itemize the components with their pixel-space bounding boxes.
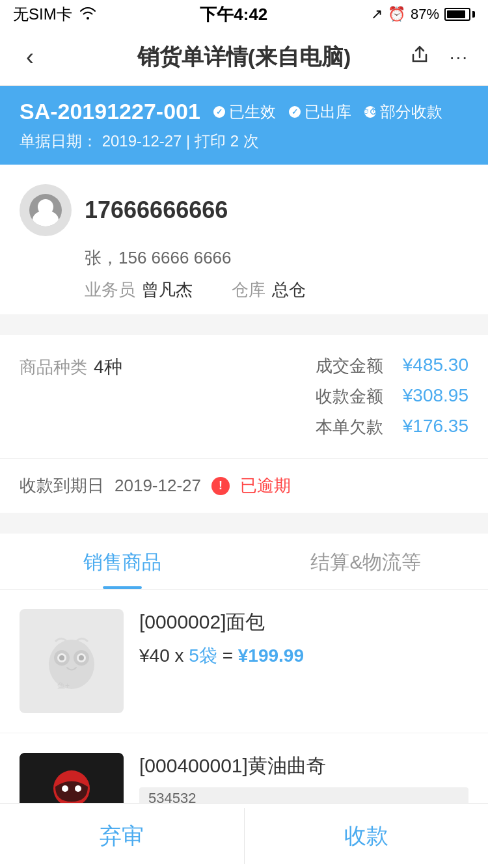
transaction-row: 成交金额 ¥485.30 bbox=[316, 355, 468, 377]
summary-left: 商品种类 4种 bbox=[20, 355, 122, 379]
product-info-1: [0000002]面包 ¥40 x 5袋 = ¥199.99 bbox=[139, 609, 468, 713]
status-time: 下午4:42 bbox=[200, 3, 267, 26]
product-qty-1: 5袋 bbox=[189, 645, 217, 666]
product-price-1: ¥40 x 5袋 = ¥199.99 bbox=[139, 644, 468, 668]
svg-point-11 bbox=[62, 785, 68, 792]
customer-row: 17666666666 bbox=[20, 184, 468, 236]
product-type-label: 商品种类 bbox=[20, 356, 87, 379]
order-divider: | bbox=[186, 132, 195, 150]
transaction-amount: ¥485.30 bbox=[403, 355, 468, 377]
nav-bar: ‹ 销货单详情(来自电脑) ··· bbox=[0, 29, 488, 86]
status-tag-partial: ⏱ 部分收款 bbox=[364, 102, 442, 122]
partial-icon: ⏱ bbox=[364, 106, 376, 118]
order-header: SA-20191227-001 已生效 已出库 ⏱ 部分收款 单据日期： 201… bbox=[0, 86, 488, 165]
payment-due-label: 收款到期日 bbox=[20, 474, 104, 497]
svg-text:鱼+: 鱼+ bbox=[57, 681, 70, 690]
customer-section: 17666666666 张，156 6666 6666 业务员 曾凡杰 仓库 总… bbox=[0, 165, 488, 314]
warehouse-label: 仓库 bbox=[232, 278, 265, 301]
receipt-label: 收款金额 bbox=[316, 385, 383, 408]
section-divider-2 bbox=[0, 513, 488, 523]
avatar bbox=[20, 184, 72, 236]
svg-point-0 bbox=[49, 640, 94, 689]
section-divider-1 bbox=[0, 325, 488, 335]
summary-right: 成交金额 ¥485.30 收款金额 ¥308.95 本单欠款 ¥176.35 bbox=[316, 355, 468, 439]
thumb-placeholder-1: 鱼+ bbox=[20, 609, 124, 713]
product-name-2: [000400001]黄油曲奇 bbox=[139, 753, 468, 780]
battery-icon bbox=[444, 8, 475, 21]
overdue-text: 已逾期 bbox=[240, 474, 291, 497]
tabs: 销售商品 结算&物流等 bbox=[0, 534, 488, 589]
bottom-bar: 弃审 收款 bbox=[0, 803, 488, 868]
tab-settlement-label: 结算&物流等 bbox=[310, 551, 421, 573]
status-tag-effective: 已生效 bbox=[213, 102, 276, 122]
order-date-row: 单据日期： 2019-12-27 | 打印 2 次 bbox=[20, 131, 468, 152]
more-icon[interactable]: ··· bbox=[450, 47, 468, 68]
location-icon: ↗ bbox=[371, 6, 383, 23]
product-type-count: 4种 bbox=[94, 355, 122, 379]
customer-meta: 业务员 曾凡杰 仓库 总仓 bbox=[20, 278, 468, 301]
product-equals-1: = bbox=[223, 645, 238, 666]
product-thumbnail-1: 鱼+ bbox=[20, 609, 124, 713]
debt-row: 本单欠款 ¥176.35 bbox=[316, 416, 468, 439]
transaction-label: 成交金额 bbox=[316, 355, 383, 377]
status-bar: 无SIM卡 下午4:42 ↗ ⏰ 87% bbox=[0, 0, 488, 29]
order-date-label: 单据日期： bbox=[20, 132, 98, 150]
status-effective-text: 已生效 bbox=[229, 102, 276, 122]
sales-meta: 业务员 曾凡杰 bbox=[85, 278, 193, 301]
alarm-icon: ⏰ bbox=[388, 6, 405, 23]
product-times-1: x bbox=[175, 645, 189, 666]
svg-point-5 bbox=[59, 655, 64, 660]
receipt-amount: ¥308.95 bbox=[403, 385, 468, 408]
carrier-text: 无SIM卡 bbox=[13, 4, 72, 25]
avatar-icon bbox=[29, 194, 62, 226]
collect-payment-button[interactable]: 收款 bbox=[245, 808, 489, 864]
reject-button[interactable]: 弃审 bbox=[0, 808, 245, 864]
debt-label: 本单欠款 bbox=[316, 416, 383, 439]
order-print-info: 打印 2 次 bbox=[195, 132, 259, 150]
product-total-1: ¥199.99 bbox=[238, 645, 304, 666]
customer-name-phone: 张，156 6666 6666 bbox=[20, 247, 468, 269]
tab-sales-products[interactable]: 销售商品 bbox=[0, 534, 244, 589]
order-date-value: 2019-12-27 bbox=[102, 132, 182, 150]
page-title: 销货单详情(来自电脑) bbox=[137, 42, 351, 72]
back-button[interactable]: ‹ bbox=[20, 37, 40, 77]
tab-settlement[interactable]: 结算&物流等 bbox=[244, 534, 488, 589]
share-icon[interactable] bbox=[409, 44, 430, 70]
warehouse-value: 总仓 bbox=[272, 278, 306, 301]
sales-value: 曾凡杰 bbox=[142, 278, 193, 301]
status-shipped-text: 已出库 bbox=[305, 102, 351, 122]
payment-due-section: 收款到期日 2019-12-27 ! 已逾期 bbox=[0, 458, 488, 513]
status-partial-text: 部分收款 bbox=[380, 102, 442, 122]
wifi-icon bbox=[79, 5, 97, 23]
battery-percent: 87% bbox=[411, 6, 439, 23]
tab-sales-label: 销售商品 bbox=[83, 551, 161, 573]
product-base-price-1: ¥40 bbox=[139, 645, 170, 666]
status-left: 无SIM卡 bbox=[13, 4, 97, 25]
payment-due-date: 2019-12-27 bbox=[115, 476, 201, 496]
warehouse-meta: 仓库 总仓 bbox=[232, 278, 306, 301]
nav-actions: ··· bbox=[409, 44, 468, 70]
svg-point-12 bbox=[75, 785, 81, 792]
order-id-row: SA-20191227-001 已生效 已出库 ⏱ 部分收款 bbox=[20, 99, 468, 124]
effective-icon bbox=[213, 106, 225, 118]
list-item: 鱼+ [0000002]面包 ¥40 x 5袋 = ¥199.99 bbox=[0, 590, 488, 733]
customer-phone: 17666666666 bbox=[85, 197, 228, 224]
product-name-1: [0000002]面包 bbox=[139, 609, 468, 636]
shipped-icon bbox=[289, 106, 301, 118]
receipt-row: 收款金额 ¥308.95 bbox=[316, 385, 468, 408]
overdue-badge-icon: ! bbox=[211, 477, 230, 495]
status-tag-shipped: 已出库 bbox=[289, 102, 351, 122]
debt-amount: ¥176.35 bbox=[403, 416, 468, 439]
tabs-container: 销售商品 结算&物流等 bbox=[0, 534, 488, 590]
product-type-item: 商品种类 4种 bbox=[20, 355, 122, 379]
svg-point-6 bbox=[79, 655, 84, 660]
sales-label: 业务员 bbox=[85, 278, 135, 301]
summary-section: 商品种类 4种 成交金额 ¥485.30 收款金额 ¥308.95 本单欠款 ¥… bbox=[0, 335, 488, 458]
order-id: SA-20191227-001 bbox=[20, 99, 200, 124]
status-right: ↗ ⏰ 87% bbox=[371, 6, 475, 23]
